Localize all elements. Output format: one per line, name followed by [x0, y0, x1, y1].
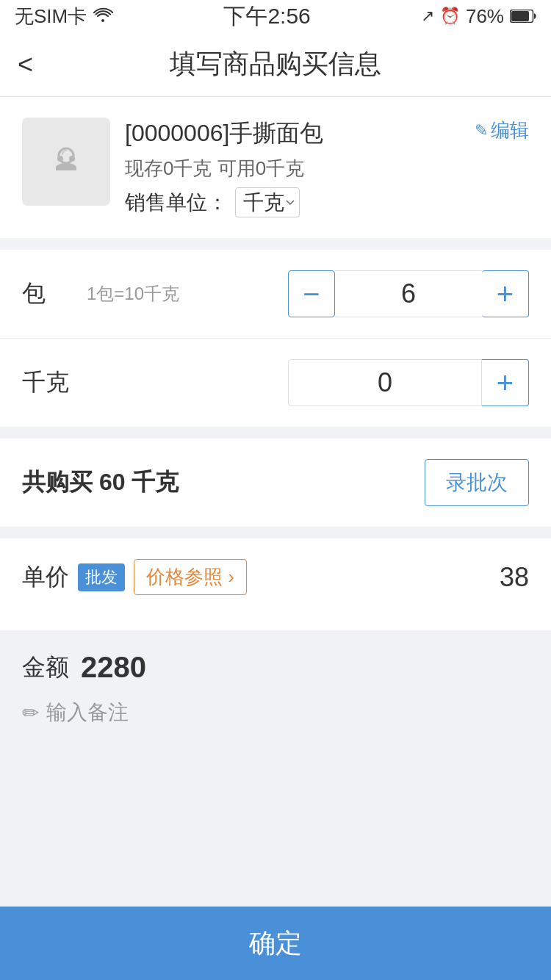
wifi-icon	[93, 5, 113, 28]
product-unit-row: 销售单位： 千克 包	[125, 187, 529, 217]
edit-icon: ✎	[475, 121, 488, 140]
edit-label: 编辑	[491, 118, 529, 143]
amount-section: 金额 2280 ✏ 输入备注	[0, 630, 551, 741]
bag-hint: 1包=10千克	[87, 282, 288, 306]
bag-plus-button[interactable]: +	[482, 270, 529, 317]
price-label: 单价	[22, 561, 69, 594]
price-ref-button[interactable]: 价格参照 ›	[134, 559, 247, 595]
product-stock: 现存0千克 可用0千克	[125, 156, 529, 181]
kg-quantity-row: 千克 +	[0, 339, 551, 427]
svg-rect-1	[511, 11, 529, 21]
status-right: ↗ ⏰ 76%	[421, 5, 536, 28]
summary-text: 共购买 60 千克	[22, 466, 179, 499]
status-bar: 无SIM卡 下午2:56 ↗ ⏰ 76%	[0, 0, 551, 32]
page-content: [0000006]手撕面包 现存0千克 可用0千克 销售单位： 千克 包 ✎ 编…	[0, 97, 551, 980]
bag-quantity-input[interactable]	[335, 270, 482, 317]
kg-controls: +	[288, 359, 529, 406]
page-spacer	[0, 741, 551, 888]
battery-icon	[510, 5, 536, 28]
alarm-icon: ⏰	[440, 7, 460, 26]
unit-select[interactable]: 千克 包	[235, 187, 300, 217]
quantity-section: 包 1包=10千克 − + 千克 +	[0, 250, 551, 427]
edit-button[interactable]: ✎ 编辑	[475, 118, 529, 143]
amount-label: 金额	[22, 652, 69, 684]
bag-controls: − +	[288, 270, 529, 317]
page-title: 填写商品购买信息	[170, 46, 381, 82]
note-placeholder: 输入备注	[46, 699, 129, 727]
product-info: [0000006]手撕面包 现存0千克 可用0千克 销售单位： 千克 包	[125, 118, 529, 217]
summary-row: 共购买 60 千克 录批次	[0, 439, 551, 527]
status-left: 无SIM卡	[15, 4, 113, 29]
kg-quantity-input[interactable]	[288, 359, 482, 406]
batch-tag: 批发	[78, 563, 125, 591]
unit-label: 销售单位：	[125, 189, 228, 217]
bag-minus-button[interactable]: −	[288, 270, 335, 317]
bag-quantity-row: 包 1包=10千克 − +	[0, 250, 551, 339]
svg-point-3	[57, 156, 63, 162]
product-image	[22, 118, 110, 206]
batch-button[interactable]: 录批次	[425, 459, 529, 506]
back-button[interactable]: <	[18, 49, 33, 80]
product-name: [0000006]手撕面包	[125, 118, 529, 150]
product-card: [0000006]手撕面包 现存0千克 可用0千克 销售单位： 千克 包 ✎ 编…	[0, 97, 551, 238]
kg-plus-button[interactable]: +	[482, 359, 529, 406]
bag-label: 包	[22, 278, 81, 310]
price-row: 单价 批发 价格参照 › 38	[22, 559, 529, 595]
price-value: 38	[500, 562, 529, 593]
svg-point-4	[69, 156, 75, 162]
amount-value: 2280	[81, 651, 146, 684]
note-row[interactable]: ✏ 输入备注	[22, 699, 529, 727]
carrier-label: 无SIM卡	[15, 4, 87, 29]
price-left: 单价 批发 价格参照 ›	[22, 559, 247, 595]
nav-bar: < 填写商品购买信息	[0, 32, 551, 97]
battery-label: 76%	[466, 5, 504, 28]
amount-row: 金额 2280	[22, 651, 529, 684]
status-time: 下午2:56	[223, 1, 310, 32]
summary-text-content: 共购买 60 千克	[22, 469, 179, 495]
kg-label: 千克	[22, 367, 288, 399]
note-icon: ✏	[22, 701, 39, 725]
price-section: 单价 批发 价格参照 › 38	[0, 538, 551, 630]
location-icon: ↗	[421, 7, 434, 26]
confirm-button[interactable]: 确定	[0, 907, 551, 980]
